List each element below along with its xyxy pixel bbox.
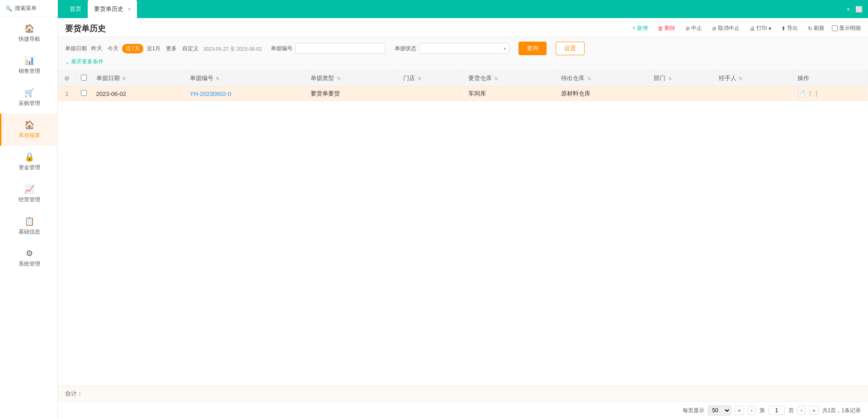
- topbar-restore-btn[interactable]: ⬜: [855, 6, 863, 13]
- sidebar-item-system[interactable]: ⚙ 系统管理: [0, 242, 57, 274]
- show-detail-checkbox[interactable]: [832, 25, 838, 31]
- settings-button[interactable]: 设置: [556, 42, 585, 55]
- row-pending-warehouse: 原材料仓库: [556, 86, 649, 101]
- topbar: 首页 要货单历史 × × ⬜: [58, 0, 868, 18]
- doc-status-label: 单据状态: [395, 45, 416, 52]
- shortcut-custom[interactable]: 自定义: [180, 44, 200, 53]
- show-detail-button[interactable]: 显示明细: [832, 24, 861, 32]
- export-icon: ⬆: [781, 25, 786, 32]
- col-doc-type[interactable]: 单据类型 ⇅: [306, 71, 398, 86]
- col-req-warehouse[interactable]: 要货仓库 ⇅: [463, 71, 556, 86]
- sales-icon: 📊: [24, 56, 34, 66]
- prev-page-btn[interactable]: ‹: [748, 406, 756, 415]
- cancel-stop-btn-label: 取消中止: [718, 24, 740, 32]
- row-num: 1: [58, 86, 76, 101]
- delete-button[interactable]: 🗑 删除: [655, 23, 678, 34]
- stop-icon: ⊘: [685, 25, 690, 32]
- sidebar-item-quick-nav[interactable]: 🏠 快捷导航: [0, 17, 57, 49]
- tab-home[interactable]: 首页: [63, 0, 88, 18]
- col-checkbox: [76, 71, 91, 86]
- row-checkbox[interactable]: [81, 90, 87, 96]
- new-button[interactable]: + 新增: [630, 23, 651, 34]
- query-button[interactable]: 查询: [519, 42, 547, 55]
- col-handler-label: 经手人: [719, 75, 736, 81]
- topbar-right: × ⬜: [846, 6, 863, 13]
- col-pending-warehouse-label: 待出仓库: [561, 75, 585, 81]
- col-store[interactable]: 门店 ⇅: [399, 71, 464, 86]
- col-doc-no[interactable]: 单据编号 ⇅: [185, 71, 306, 86]
- col-date[interactable]: 单据日期 ⇅: [91, 71, 185, 86]
- page-size-label: 每页显示: [683, 407, 704, 414]
- print-btn-label: 打印: [756, 24, 767, 32]
- sidebar-item-operation[interactable]: 📈 经营管理: [0, 178, 57, 210]
- col-store-sort: ⇅: [418, 76, 421, 81]
- page-label: 第: [760, 407, 765, 414]
- sidebar: 🔍 搜索菜单 🏠 快捷导航 📊 销售管理 🛒 采购管理 🏠 库存核算 🔒 资金管…: [0, 0, 58, 419]
- first-page-btn[interactable]: «: [735, 406, 744, 415]
- shortcut-yesterday[interactable]: 昨天: [90, 44, 104, 53]
- refresh-icon: ↻: [808, 25, 812, 32]
- sidebar-item-label: 基础信息: [19, 228, 40, 236]
- doc-number-input[interactable]: [295, 43, 386, 54]
- col-handler-sort: ⇅: [739, 76, 742, 81]
- tab-history[interactable]: 要货单历史 ×: [88, 0, 137, 18]
- select-all-checkbox[interactable]: [81, 75, 87, 81]
- col-settings[interactable]: ⚙: [58, 71, 76, 86]
- shortcut-month[interactable]: 近1月: [145, 44, 163, 53]
- doc-status-select[interactable]: [419, 43, 509, 54]
- doc-status-filter-group: 单据状态: [395, 43, 509, 54]
- next-page-btn[interactable]: ›: [797, 406, 806, 415]
- sidebar-item-label: 快捷导航: [19, 35, 40, 43]
- refresh-btn-label: 刷新: [814, 24, 825, 32]
- search-menu-btn[interactable]: 🔍 搜索菜单: [0, 0, 57, 17]
- col-handler[interactable]: 经手人 ⇅: [714, 71, 793, 86]
- delete-btn-label: 删除: [665, 24, 675, 32]
- shortcut-more[interactable]: 更多: [164, 44, 179, 53]
- date-filter-label: 单据日期: [65, 45, 87, 52]
- sidebar-item-purchase[interactable]: 🛒 采购管理: [0, 81, 57, 114]
- sidebar-item-basic[interactable]: 📋 基础信息: [0, 210, 57, 242]
- export-button[interactable]: ⬆ 导出: [778, 23, 801, 34]
- col-doc-no-label: 单据编号: [190, 75, 213, 81]
- row-date: 2023-06-02: [91, 86, 185, 101]
- page-header: 要货单历史 + 新增 🗑 删除 ⊘ 中止 ⊘ 取消中止 🖨: [58, 18, 868, 37]
- topbar-close-btn[interactable]: ×: [846, 6, 850, 13]
- sidebar-item-inventory[interactable]: 🏠 库存核算: [0, 114, 57, 146]
- sidebar-item-sales[interactable]: 📊 销售管理: [0, 49, 57, 81]
- last-page-btn[interactable]: »: [809, 406, 819, 415]
- expand-more-label: 展开更多条件: [71, 58, 104, 66]
- finance-icon: 🔒: [24, 152, 34, 162]
- print-button[interactable]: 🖨 打印 ▾: [747, 23, 774, 34]
- shortcut-week[interactable]: 近7天: [122, 44, 143, 53]
- page-number-input[interactable]: [769, 406, 785, 415]
- expand-more-btn[interactable]: ⌄ 展开更多条件: [65, 58, 861, 66]
- page-size-select[interactable]: 50 20 100 200: [708, 405, 731, 415]
- purchase-icon: 🛒: [24, 88, 34, 98]
- table-container: ⚙ 单据日期 ⇅ 单据编号 ⇅ 单据类型: [58, 71, 868, 386]
- cancel-stop-button[interactable]: ⊘ 取消中止: [709, 23, 742, 34]
- search-menu-label: 搜索菜单: [15, 5, 37, 12]
- col-pending-warehouse[interactable]: 待出仓库 ⇅: [556, 71, 649, 86]
- row-handler: [714, 86, 793, 101]
- row-req-warehouse: 车间库: [463, 86, 556, 101]
- sidebar-item-label: 系统管理: [19, 260, 40, 268]
- page-title: 要货单历史: [65, 23, 106, 34]
- more-btn[interactable]: ⋮⋮: [807, 90, 820, 97]
- row-actions: 📄 ⋮⋮: [793, 86, 868, 101]
- table-footer: 合计：: [58, 386, 868, 401]
- system-icon: ⚙: [26, 248, 33, 258]
- row-doc-no-link[interactable]: YH-20230602-0: [190, 90, 231, 97]
- tab-close-icon[interactable]: ×: [128, 6, 131, 12]
- action-buttons: 📄 ⋮⋮: [797, 90, 863, 97]
- shortcut-today[interactable]: 今天: [106, 44, 120, 53]
- edit-btn[interactable]: 📄: [797, 90, 805, 97]
- col-department[interactable]: 部门 ⇅: [649, 71, 714, 86]
- refresh-button[interactable]: ↻ 刷新: [805, 23, 827, 34]
- row-doc-no: YH-20230602-0: [185, 86, 306, 101]
- sidebar-item-finance[interactable]: 🔒 资金管理: [0, 146, 57, 178]
- row-doc-type: 要货单要货: [306, 86, 398, 101]
- toolbar: + 新增 🗑 删除 ⊘ 中止 ⊘ 取消中止 🖨 打印 ▾: [630, 23, 861, 34]
- inventory-icon: 🏠: [24, 120, 34, 130]
- print-dropdown-icon: ▾: [769, 25, 771, 32]
- stop-button[interactable]: ⊘ 中止: [683, 23, 705, 34]
